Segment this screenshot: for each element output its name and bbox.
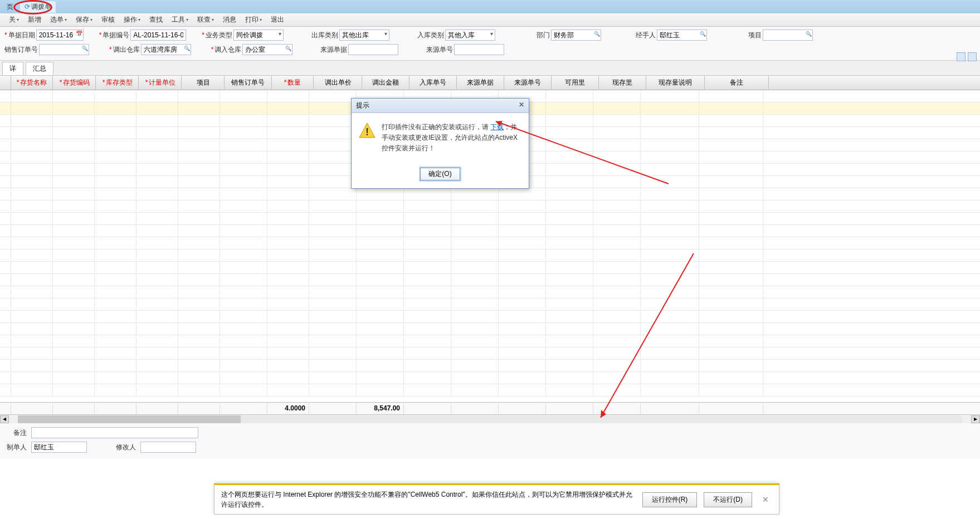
handler-label: 经手人 [633, 31, 656, 40]
col-remark[interactable]: 备注 [705, 76, 769, 90]
menu-query[interactable]: 查找 [145, 14, 167, 26]
table-row[interactable] [0, 237, 980, 249]
remark-input[interactable] [31, 427, 198, 438]
scroll-left-icon[interactable]: ◀ [0, 415, 9, 423]
table-row[interactable] [0, 213, 980, 225]
menu-exit[interactable]: 退出 [266, 14, 289, 26]
dept-input[interactable] [551, 30, 601, 41]
srcdoc-input[interactable] [348, 44, 398, 55]
table-row[interactable] [0, 200, 980, 213]
table-row[interactable] [0, 360, 980, 372]
svg-text:!: ! [365, 126, 369, 138]
menu-operate[interactable]: 操作▾ [119, 14, 145, 26]
table-row[interactable] [0, 335, 980, 347]
table-row[interactable] [0, 249, 980, 262]
srcno-input[interactable] [454, 44, 504, 55]
project-label: 项目 [745, 31, 762, 40]
remark-label: 备注 [4, 428, 27, 438]
table-row[interactable] [0, 347, 980, 360]
download-link[interactable]: 下载 [490, 123, 504, 131]
dept-label: 部门 [533, 31, 550, 40]
col-qty[interactable]: 数量 [272, 76, 314, 90]
col-srcdoc[interactable]: 来源单据 [457, 76, 504, 90]
table-row[interactable] [0, 274, 980, 286]
date-input[interactable] [36, 30, 84, 41]
detail-tabs: 详 汇总 [0, 61, 980, 76]
table-row[interactable] [0, 262, 980, 274]
salesorder-label: 销售订单号 [4, 45, 38, 55]
dialog-ok-button[interactable]: 确定(O) [420, 168, 460, 180]
menu-print[interactable]: 打印▾ [241, 14, 266, 26]
h-scrollbar[interactable]: ◀ ▶ [0, 414, 980, 423]
col-avail[interactable]: 可用里 [552, 76, 599, 90]
menu-bar: 关▾ 新增 选单▾ 保存▾ 审核 操作▾ 查找 工具▾ 联查▾ 消息 打印▾ 退… [0, 13, 980, 27]
col-order[interactable]: 销售订单号 [225, 76, 272, 90]
col-inno[interactable]: 入库单号 [409, 76, 457, 90]
form-area: *单据日期 *单据编号 *业务类型 出库类别 入库类别 部门 经手人 项目 [0, 27, 980, 61]
warning-icon: ! [358, 122, 376, 140]
dialog-message: 打印插件没有正确的安装或运行，请 下载；并手动安装或更改IE设置，允许此站点的A… [382, 122, 522, 154]
col-srcno[interactable]: 来源单号 [504, 76, 552, 90]
col-stocknote[interactable]: 现存量说明 [646, 76, 705, 90]
tab-home[interactable]: 页 [2, 1, 18, 13]
scroll-thumb[interactable] [18, 415, 241, 423]
col-stock[interactable]: 现存里 [599, 76, 646, 90]
table-row[interactable] [0, 286, 980, 298]
outwh-input[interactable] [141, 44, 191, 55]
handler-input[interactable] [657, 30, 707, 41]
dialog-close-icon[interactable]: ✕ [519, 101, 524, 110]
tab-allocation[interactable]: ⟳调拨单 [20, 1, 56, 13]
menu-message[interactable]: 消息 [218, 14, 241, 26]
scroll-right-icon[interactable]: ▶ [971, 415, 980, 423]
modifier-input[interactable] [140, 442, 196, 453]
inwh-label: *调入仓库 [211, 45, 242, 55]
col-type[interactable]: 库存类型 [97, 76, 139, 90]
menu-option[interactable]: 选单▾ [46, 14, 71, 26]
table-row[interactable] [0, 384, 980, 396]
outtype-select[interactable] [339, 30, 389, 41]
outwh-label: *调出仓库 [109, 45, 140, 55]
srcno-label: 来源单号 [425, 45, 453, 55]
intype-select[interactable] [445, 30, 495, 41]
col-amt[interactable]: 调出金额 [362, 76, 409, 90]
srcdoc-label: 来源单据 [319, 45, 347, 55]
docno-label: *单据编号 [99, 31, 130, 40]
bottom-form: 备注 制单人 修改人 [0, 423, 980, 459]
copy-icon[interactable] [957, 52, 966, 61]
biztype-select[interactable] [233, 30, 284, 41]
col-name[interactable]: 存货名称 [11, 76, 53, 90]
table-row[interactable] [0, 372, 980, 384]
toolbar-right [957, 52, 977, 61]
biztype-label: *业务类型 [202, 31, 232, 40]
col-proj[interactable]: 项目 [183, 76, 225, 90]
table-row[interactable] [0, 298, 980, 311]
total-qty: 4.0000 [267, 403, 309, 414]
table-row[interactable] [0, 311, 980, 323]
menu-save[interactable]: 保存▾ [71, 14, 97, 26]
outtype-label: 出库类别 [310, 31, 338, 40]
menu-link[interactable]: 联查▾ [193, 14, 218, 26]
maker-input[interactable] [31, 442, 87, 453]
salesorder-input[interactable] [39, 44, 89, 55]
detail-tab-summary[interactable]: 汇总 [26, 62, 53, 75]
alert-dialog: 提示 ✕ ! 打印插件没有正确的安装或运行，请 下载；并手动安装或更改IE设置，… [351, 98, 529, 189]
title-bar: 页 ⟳调拨单 [0, 0, 980, 13]
detail-tab-detail[interactable]: 详 [2, 62, 23, 75]
col-idx[interactable] [0, 76, 11, 90]
dialog-title: 提示 [356, 101, 369, 110]
menu-new[interactable]: 新增 [23, 14, 46, 26]
table-row[interactable] [0, 225, 980, 237]
menu-audit[interactable]: 审核 [97, 14, 119, 26]
docno-input[interactable] [130, 30, 186, 41]
table-row[interactable] [0, 188, 980, 200]
paste-icon[interactable] [968, 52, 977, 61]
col-unit[interactable]: 计量单位 [140, 76, 182, 90]
col-price[interactable]: 调出单价 [315, 76, 362, 90]
table-row[interactable] [0, 323, 980, 335]
project-input[interactable] [763, 30, 813, 41]
col-code[interactable]: 存货编码 [54, 76, 96, 90]
menu-close[interactable]: 关▾ [4, 14, 23, 26]
inwh-input[interactable] [242, 44, 292, 55]
menu-tool[interactable]: 工具▾ [167, 14, 193, 26]
grid-footer: 4.0000 8,547.00 [0, 402, 980, 414]
